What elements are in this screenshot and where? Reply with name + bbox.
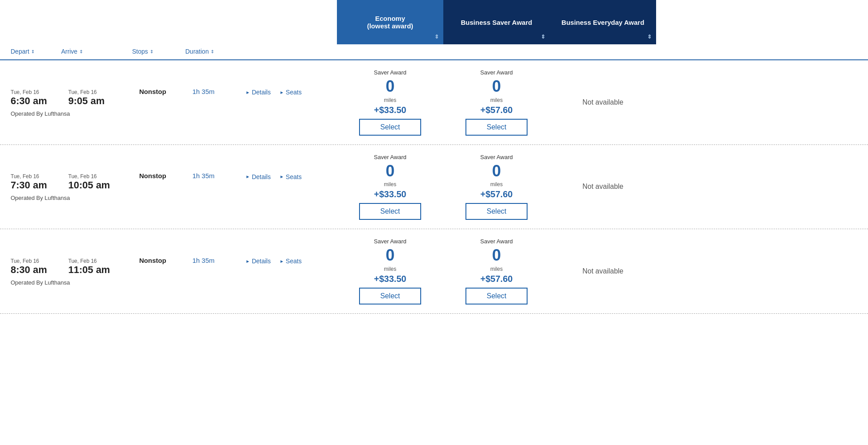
arrive-time-1: 10:05 am <box>68 180 139 191</box>
economy-miles-label-1: miles <box>384 181 396 187</box>
operated-by-2: Operated By Lufthansa <box>11 279 337 286</box>
biz-saver-award-type-1: Saver Award <box>480 154 512 160</box>
depart-time-1: 7:30 am <box>11 180 68 191</box>
arrive-date-0: Tue, Feb 16 <box>68 89 139 95</box>
seats-link-1[interactable]: ► Seats <box>280 173 302 180</box>
economy-select-button-2[interactable]: Select <box>359 288 421 304</box>
economy-miles-0: 0 <box>386 78 395 95</box>
economy-miles-label-2: miles <box>384 266 396 272</box>
biz-saver-column-header: Business Saver Award ⇕ <box>443 0 550 44</box>
economy-column-header: Economy (lowest award) ⇕ <box>337 0 443 44</box>
economy-sort-icon[interactable]: ⇕ <box>434 34 439 40</box>
economy-tax-2: +$33.50 <box>374 274 407 284</box>
biz-saver-header-title: Business Saver Award <box>461 19 532 26</box>
economy-header-title: Economy <box>375 15 405 22</box>
actions-block-2: ► Details ► Seats <box>246 258 337 265</box>
economy-award-col-2: Saver Award 0 miles +$33.50 Select <box>337 238 443 304</box>
depart-time-0: 6:30 am <box>11 95 68 107</box>
economy-select-button-1[interactable]: Select <box>359 203 421 220</box>
depart-date-2: Tue, Feb 16 <box>11 258 68 264</box>
biz-everyday-column-header: Business Everyday Award ⇕ <box>550 0 656 44</box>
arrive-header[interactable]: Arrive ⇕ <box>58 46 129 57</box>
biz-saver-award-col-0: Saver Award 0 miles +$57.60 Select <box>443 69 550 136</box>
economy-header-subtitle: (lowest award) <box>367 22 413 30</box>
arrive-time-0: 9:05 am <box>68 95 139 107</box>
economy-miles-1: 0 <box>386 162 395 180</box>
stops-sort-icon: ⇕ <box>150 49 153 54</box>
seats-link-0[interactable]: ► Seats <box>280 89 302 96</box>
biz-saver-select-button-1[interactable]: Select <box>465 203 528 220</box>
arrive-date-2: Tue, Feb 16 <box>68 258 139 264</box>
depart-header[interactable]: Depart ⇕ <box>0 46 58 57</box>
biz-saver-award-type-0: Saver Award <box>480 69 512 76</box>
stops-header[interactable]: Stops ⇕ <box>129 46 182 57</box>
economy-award-col-1: Saver Award 0 miles +$33.50 Select <box>337 154 443 220</box>
duration-header[interactable]: Duration ⇕ <box>182 46 253 57</box>
stops-0: Nonstop <box>139 88 192 95</box>
details-arrow-icon: ► <box>246 259 250 264</box>
table-row: Tue, Feb 16 8:30 am Tue, Feb 16 11:05 am… <box>0 229 868 314</box>
biz-saver-tax-1: +$57.60 <box>481 189 513 199</box>
economy-award-type-0: Saver Award <box>374 69 406 76</box>
biz-saver-award-type-2: Saver Award <box>480 238 512 245</box>
operated-by-1: Operated By Lufthansa <box>11 195 337 201</box>
economy-select-button-0[interactable]: Select <box>359 119 421 136</box>
biz-saver-sort-icon[interactable]: ⇕ <box>541 34 545 40</box>
details-arrow-icon: ► <box>246 174 250 179</box>
actions-block-0: ► Details ► Seats <box>246 89 337 96</box>
depart-sort-icon: ⇕ <box>31 49 35 54</box>
biz-saver-select-button-2[interactable]: Select <box>465 288 528 304</box>
duration-2: 1h 35m <box>192 257 246 264</box>
flight-info-2: Tue, Feb 16 8:30 am Tue, Feb 16 11:05 am… <box>0 257 337 286</box>
table-row: Tue, Feb 16 7:30 am Tue, Feb 16 10:05 am… <box>0 145 868 230</box>
arrive-block-2: Tue, Feb 16 11:05 am <box>68 258 139 276</box>
duration-1: 1h 35m <box>192 172 246 180</box>
duration-0: 1h 35m <box>192 88 246 95</box>
depart-time-2: 8:30 am <box>11 264 68 276</box>
economy-award-type-2: Saver Award <box>374 238 406 245</box>
biz-saver-miles-label-1: miles <box>490 181 503 187</box>
economy-miles-label-0: miles <box>384 97 396 103</box>
biz-everyday-not-available-1: Not available <box>550 183 656 191</box>
economy-award-col-0: Saver Award 0 miles +$33.50 Select <box>337 69 443 136</box>
actions-block-1: ► Details ► Seats <box>246 173 337 180</box>
details-link-1[interactable]: ► Details <box>246 173 271 180</box>
biz-saver-miles-label-2: miles <box>490 266 503 272</box>
operated-by-0: Operated By Lufthansa <box>11 110 337 117</box>
seats-arrow-icon: ► <box>280 174 284 179</box>
stops-2: Nonstop <box>139 257 192 264</box>
arrive-sort-icon: ⇕ <box>79 49 83 54</box>
economy-tax-1: +$33.50 <box>374 189 407 199</box>
biz-everyday-not-available-2: Not available <box>550 267 656 275</box>
arrive-block-0: Tue, Feb 16 9:05 am <box>68 89 139 107</box>
seats-arrow-icon: ► <box>280 259 284 264</box>
economy-miles-2: 0 <box>386 246 395 264</box>
biz-saver-select-button-0[interactable]: Select <box>465 119 528 136</box>
flight-info-1: Tue, Feb 16 7:30 am Tue, Feb 16 10:05 am… <box>0 172 337 201</box>
biz-saver-tax-2: +$57.60 <box>481 274 513 284</box>
depart-block-0: Tue, Feb 16 6:30 am <box>11 89 68 107</box>
details-link-0[interactable]: ► Details <box>246 89 271 96</box>
duration-sort-icon: ⇕ <box>211 49 214 54</box>
biz-saver-miles-1: 0 <box>492 162 501 180</box>
biz-saver-award-col-1: Saver Award 0 miles +$57.60 Select <box>443 154 550 220</box>
details-arrow-icon: ► <box>246 90 250 95</box>
depart-block-2: Tue, Feb 16 8:30 am <box>11 258 68 276</box>
details-link-2[interactable]: ► Details <box>246 258 271 265</box>
biz-saver-miles-label-0: miles <box>490 97 503 103</box>
seats-link-2[interactable]: ► Seats <box>280 258 302 265</box>
arrive-date-1: Tue, Feb 16 <box>68 173 139 180</box>
flight-info-0: Tue, Feb 16 6:30 am Tue, Feb 16 9:05 am … <box>0 88 337 117</box>
arrive-block-1: Tue, Feb 16 10:05 am <box>68 173 139 191</box>
depart-date-1: Tue, Feb 16 <box>11 173 68 180</box>
economy-award-type-1: Saver Award <box>374 154 406 160</box>
depart-date-0: Tue, Feb 16 <box>11 89 68 95</box>
biz-everyday-sort-icon[interactable]: ⇕ <box>647 34 652 40</box>
stops-1: Nonstop <box>139 172 192 180</box>
table-row: Tue, Feb 16 6:30 am Tue, Feb 16 9:05 am … <box>0 60 868 145</box>
biz-everyday-header-title: Business Everyday Award <box>562 19 645 26</box>
biz-saver-award-col-2: Saver Award 0 miles +$57.60 Select <box>443 238 550 304</box>
depart-block-1: Tue, Feb 16 7:30 am <box>11 173 68 191</box>
arrive-time-2: 11:05 am <box>68 264 139 276</box>
seats-arrow-icon: ► <box>280 90 284 95</box>
